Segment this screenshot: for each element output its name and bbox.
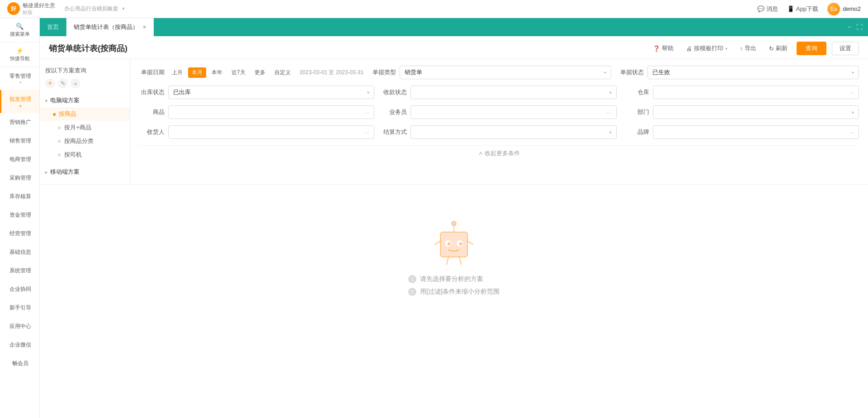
salesman-dots-icon[interactable]: ··· [607,109,612,116]
date-tag-last-month[interactable]: 上月 [168,67,186,78]
sidebar-item-ecom[interactable]: 电商管理 [0,150,39,169]
export-button[interactable]: ↑ 导出 [736,43,760,54]
logo-text: 畅捷通好生意 标版 [23,2,55,16]
scheme-group-mobile-arrow: ▸ [45,170,47,175]
tip-num-1: 1 [408,275,416,283]
tab-home[interactable]: 首页 [40,18,66,36]
scheme-group-pc-arrow: ▾ [45,98,47,103]
sidebar-item-wholesale[interactable]: 批发管理 ▴ [0,90,39,113]
storage-dots-icon[interactable]: ··· [849,89,854,96]
sidebar-item-system[interactable]: 系统管理 [0,261,39,280]
receiver-select[interactable]: ··· [168,125,374,139]
sidebar-item-basic[interactable]: 基础信息 [0,243,39,261]
print-button[interactable]: 🖨 按模板打印 ▾ [683,43,731,54]
goods-select[interactable]: ··· [168,105,374,119]
brand-dots-icon[interactable]: ··· [849,129,854,136]
dept-label: 部门 [624,108,649,116]
query-button[interactable]: 查询 [797,42,826,55]
scheme-item-by-goods[interactable]: ● 按商品 [40,107,130,121]
filter-row-3: 商品 ··· 业务员 ··· [139,105,859,119]
page-content: 销货单统计表(按商品) ❓ 帮助 🖨 按模板打印 ▾ ↑ 导出 [40,36,868,418]
page-header: 销货单统计表(按商品) ❓ 帮助 🖨 按模板打印 ▾ ↑ 导出 [40,36,868,59]
scheme-group-pc-header[interactable]: ▾ 电脑端方案 [40,94,130,107]
content-area: 首页 销货单统计表（按商品） × － ⛶ 销货单统计表(按商品) ❓ 帮助 [40,18,868,418]
collapse-bar[interactable]: ∧ 收起更多条件 [139,145,859,161]
filter-goods-field: 商品 ··· [139,105,374,119]
sidebar-item-purchase[interactable]: 采购管理 [0,169,39,187]
workspace-name: 办公用品行业模拟账套 [64,5,118,13]
payment-select[interactable]: ▾ [410,86,617,99]
sidebar-item-member[interactable]: 畅会员 [0,354,39,373]
sidebar-item-marketing[interactable]: 营销推广 [0,113,39,132]
empty-state: 1 请先选择要分析的方案 2 用[过滤]条件来缩小分析范围 [40,185,868,314]
receiver-dots-icon[interactable]: ··· [364,129,369,136]
dept-select[interactable]: ▾ [653,105,859,119]
date-tag-more[interactable]: 更多 [251,67,269,78]
filter-storage-field: 仓库 ··· [624,86,859,99]
scheme-item-by-month-goods[interactable]: ≡ 按月+商品 [40,121,130,134]
user-avatar-area[interactable]: Ea demo2 [827,3,861,15]
main-layout: 🔍 搜索菜单 ⚡ 快捷导航 零售管理 ▾ 批发管理 ▴ 营销推广 销售管理 电商… [0,18,868,418]
tab-sales-stats[interactable]: 销货单统计表（按商品） × [66,18,154,36]
tab-maximize-icon[interactable]: ⛶ [856,24,863,31]
sidebar-item-corp[interactable]: 企业协同 [0,280,39,299]
date-tag-custom[interactable]: 自定义 [271,67,294,78]
sidebar-item-guide[interactable]: 新手引导 [0,299,39,317]
settlement-arrow-icon: ▾ [609,130,612,135]
warehouse-select[interactable]: 已出库 ▾ [168,86,374,99]
payment-label: 收款状态 [382,88,407,96]
date-label: 单据日期 [139,68,165,76]
tab-minimize-icon[interactable]: － [846,23,853,31]
scheme-group-mobile-header[interactable]: ▸ 移动端方案 [40,165,130,179]
sidebar-item-retail[interactable]: 零售管理 ▾ [0,67,39,90]
sidebar-label-wholesale: 批发管理 [9,95,31,103]
sidebar-item-inventory[interactable]: 库存核算 [0,187,39,206]
print-arrow-icon: ▾ [725,46,727,51]
filter-doc-status-field: 单据状态 已生效 ▾ [618,66,859,79]
dept-arrow-icon: ▾ [852,110,854,115]
sidebar-item-appstore[interactable]: 应用中心 [0,317,39,336]
scheme-group-mobile: ▸ 移动端方案 [40,163,130,180]
date-tag-7days[interactable]: 近7天 [228,67,249,78]
tab-close-sales-stats[interactable]: × [143,24,146,30]
settings-button[interactable]: 设置 [832,42,859,55]
help-button[interactable]: ❓ 帮助 [649,43,677,54]
goods-dots-icon[interactable]: ··· [364,109,369,116]
filter-date-field: 单据日期 上月 本月 本年 近7天 更多 自定义 2023-03-01 至 20… [139,67,363,78]
doc-status-select[interactable]: 已生效 ▾ [647,66,859,79]
date-tag-this-month[interactable]: 本月 [188,67,206,78]
scheme-collapse-button[interactable]: « [71,78,80,88]
filter-dept-field: 部门 ▾ [624,105,859,119]
scheme-edit-button[interactable]: ✎ [58,78,68,88]
doc-type-select[interactable]: 销货单 ▾ [400,66,611,79]
sidebar-item-sales[interactable]: 销售管理 [0,132,39,150]
warehouse-arrow-icon: ▾ [367,90,369,95]
sidebar-item-finance[interactable]: 资金管理 [0,206,39,224]
filter-area: 按以下方案查询 + ✎ « ▾ 电脑端方案 ● [40,59,868,185]
top-header: 好 畅捷通好生意 标版 办公用品行业模拟账套 ▾ 💬 消息 📱 App下载 Ea… [0,0,868,18]
refresh-icon: ↻ [769,45,774,52]
filter-receiver-field: 收货人 ··· [139,125,374,139]
help-icon: ❓ [653,45,660,52]
workspace-dropdown-icon[interactable]: ▾ [122,5,125,12]
sidebar-item-operation[interactable]: 经营管理 [0,224,39,243]
scheme-item-by-category[interactable]: ≡ 按商品分类 [40,134,130,148]
svg-point-5 [459,242,462,245]
scheme-add-button[interactable]: + [45,78,55,88]
scheme-action-bar: + ✎ « [40,78,130,92]
message-button[interactable]: 💬 消息 [757,5,778,13]
salesman-select[interactable]: ··· [410,105,617,119]
brand-select[interactable]: ··· [653,125,859,139]
date-tag-this-year[interactable]: 本年 [208,67,226,78]
goods-label: 商品 [139,108,165,116]
filter-settlement-field: 结算方式 ▾ [382,125,617,139]
filter-row-4: 收货人 ··· 结算方式 ▾ [139,125,859,139]
storage-select[interactable]: ··· [653,86,859,99]
sidebar-quick-nav[interactable]: ⚡ 快捷导航 [0,43,39,67]
sidebar-search[interactable]: 🔍 搜索菜单 [0,18,39,43]
app-download-button[interactable]: 📱 App下载 [787,5,818,13]
scheme-item-by-printer[interactable]: ≡ 按司机 [40,148,130,162]
settlement-select[interactable]: ▾ [410,125,617,139]
refresh-button[interactable]: ↻ 刷新 [765,43,791,54]
sidebar-item-wechat[interactable]: 企业微信 [0,336,39,354]
